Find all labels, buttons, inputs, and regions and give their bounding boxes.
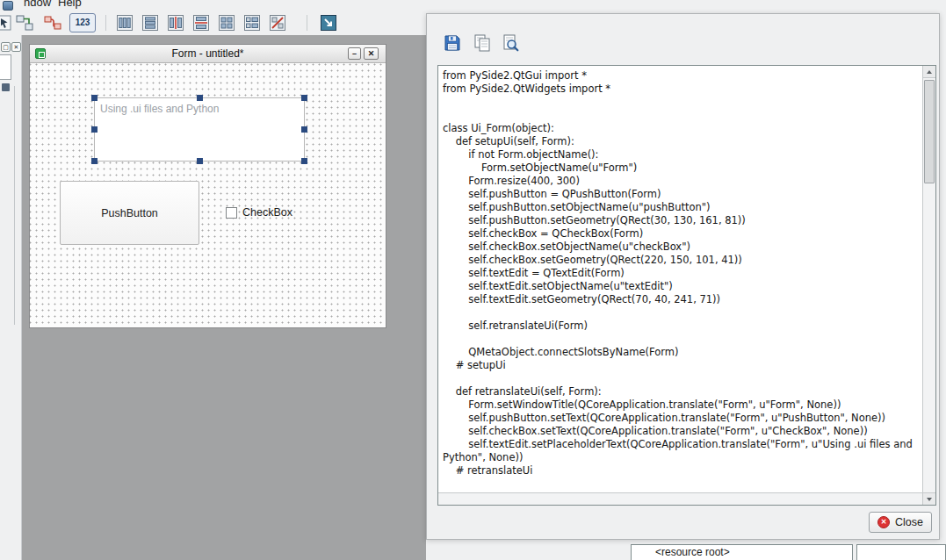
vertical-scrollbar[interactable]: [922, 66, 935, 505]
dock-float-button[interactable]: ▢: [1, 42, 11, 52]
dock-close-button[interactable]: ✕: [11, 42, 21, 52]
toolbar-separator: [105, 15, 106, 31]
menu-icon: [3, 1, 13, 11]
selection-handle[interactable]: [91, 126, 97, 133]
break-layout-icon[interactable]: [268, 13, 287, 32]
scroll-up-icon[interactable]: [923, 66, 935, 78]
close-button[interactable]: ✕ Close: [869, 512, 932, 533]
qt-designer-app: ndow Help 123: [0, 0, 946, 560]
toolbar-separator: [307, 15, 307, 31]
checkbox-widget[interactable]: CheckBox: [226, 206, 292, 219]
form-window-titlebar[interactable]: Form - untitled* – ✕: [30, 45, 386, 63]
selection-handle[interactable]: [301, 158, 307, 164]
form-close-button[interactable]: ✕: [364, 47, 379, 60]
widget-category-icon: [2, 83, 10, 91]
dock-scrollbar[interactable]: [14, 86, 15, 325]
resource-side-panel[interactable]: [856, 544, 946, 560]
resource-root-item[interactable]: <resource root>: [631, 544, 853, 560]
textedit-placeholder: Using .ui files and Python: [100, 103, 219, 115]
edit-buddies-icon[interactable]: [43, 13, 62, 32]
close-button-label: Close: [895, 516, 923, 528]
layout-form-icon[interactable]: [242, 13, 262, 32]
form-designer-window: Form - untitled* – ✕ Using .ui files and…: [29, 44, 386, 328]
menubar: ndow Help: [0, 0, 946, 11]
horizontal-scrollbar[interactable]: [438, 492, 922, 505]
menu-window[interactable]: ndow: [24, 0, 51, 10]
layout-vertically-icon[interactable]: [141, 13, 160, 32]
widget-box-dock: ▢ ✕: [0, 35, 22, 560]
copy-icon[interactable]: [473, 33, 492, 53]
layout-vertically-splitter-icon[interactable]: [191, 13, 211, 32]
edit-tab-order-icon[interactable]: 123: [69, 13, 96, 32]
textedit-widget[interactable]: Using .ui files and Python: [94, 97, 305, 162]
code-text: from PySide2.QtGui import * from PySide2…: [438, 66, 922, 481]
layout-grid-icon[interactable]: [217, 13, 236, 32]
checkbox-indicator[interactable]: [226, 207, 237, 219]
form-minimize-button[interactable]: –: [348, 47, 361, 60]
pushbutton-widget[interactable]: PushButton: [60, 181, 199, 245]
layout-horizontally-icon[interactable]: [115, 13, 134, 32]
adjust-size-icon[interactable]: [319, 13, 338, 32]
find-icon[interactable]: [501, 33, 520, 53]
edit-widgets-icon[interactable]: [0, 13, 13, 32]
menu-help[interactable]: Help: [58, 0, 82, 10]
scroll-down-icon[interactable]: [923, 492, 935, 505]
form-toolbar: 123: [0, 11, 426, 35]
checkbox-label: CheckBox: [242, 206, 292, 219]
python-code-dialog: from PySide2.QtGui import * from PySide2…: [426, 13, 940, 540]
save-icon[interactable]: [443, 33, 462, 53]
form-window-title: Form - untitled*: [30, 47, 386, 60]
code-editor[interactable]: from PySide2.QtGui import * from PySide2…: [437, 65, 936, 506]
edit-signals-slots-icon[interactable]: [15, 13, 34, 32]
selection-handle[interactable]: [301, 95, 307, 101]
layout-horizontally-splitter-icon[interactable]: [166, 13, 185, 32]
selection-handle[interactable]: [301, 126, 307, 133]
close-circle-icon: ✕: [877, 516, 890, 528]
selection-handle[interactable]: [91, 95, 97, 101]
selection-handle[interactable]: [197, 95, 203, 101]
selection-handle[interactable]: [91, 158, 97, 164]
form-canvas[interactable]: Using .ui files and Python PushButton Ch…: [30, 63, 386, 327]
scrollbar-thumb[interactable]: [924, 80, 935, 183]
selection-handle[interactable]: [197, 158, 203, 164]
widget-filter-input[interactable]: [0, 54, 11, 80]
